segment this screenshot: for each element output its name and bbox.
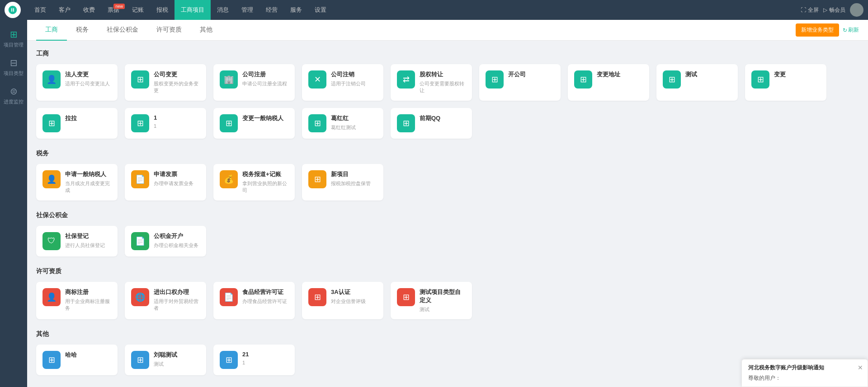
card-name-biangeng-nsr: 变更一般纳税人 (242, 114, 288, 122)
card-qianqiQQ[interactable]: ⊞ 前期QQ (391, 108, 472, 139)
card-icon-shenqing-fp: 📄 (131, 170, 149, 188)
card-info-biangeng-nsr: 变更一般纳税人 (242, 114, 288, 124)
add-type-button[interactable]: 新增业务类型 (796, 23, 839, 37)
top-nav: 首页 客户 收费 票据 new 记账 报税 工商项目 消息 管理 经营 服务 设… (0, 0, 868, 20)
card-icon-ceshi-zdy: ⊞ (397, 288, 415, 306)
sidebar-item-project-type[interactable]: ⊟ 项目类型 (0, 53, 27, 81)
tab-shebao[interactable]: 社保公积金 (98, 20, 147, 41)
nav-fee[interactable]: 收费 (77, 0, 101, 20)
fullscreen-button[interactable]: ⛶ 全屏 (801, 6, 819, 14)
card-biangeng2[interactable]: ⊞ 变更 (745, 64, 826, 101)
card-shebao-dengji[interactable]: 🛡 社保登记 进行人员社保登记 (36, 226, 118, 256)
card-desc-shipin: 办理食品经营许可证 (242, 298, 288, 305)
card-icon-3a: ⊞ (308, 288, 326, 306)
tab-gongshang[interactable]: 工商 (36, 20, 67, 41)
nav-operation[interactable]: 经营 (259, 0, 284, 20)
card-name-haha: 哈哈 (65, 351, 111, 359)
card-desc-gongsi-bg: 股权变更外的业务变更 (154, 80, 200, 94)
card-info-shenqing-nsr: 申请一般纳税人 当月或次月成变更完成 (65, 170, 111, 194)
sidebar-label-project-type: 项目类型 (4, 70, 24, 77)
card-gongsi-zhuxiao[interactable]: ✕ 公司注销 适用于注销公司 (302, 64, 383, 101)
card-name-gongsi-zc: 公司注册 (242, 70, 288, 79)
card-haha[interactable]: ⊞ 哈哈 (36, 345, 118, 375)
card-info-21: 21 1 (242, 351, 288, 366)
card-shipin-xkz[interactable]: 📄 食品经营许可证 办理食品经营许可证 (213, 282, 295, 319)
card-kai-gongsi[interactable]: ⊞ 开公司 (479, 64, 561, 101)
cards-grid-gongshang: 👤 法人变更 适用于公司变更法人 ⊞ 公司变更 股权变更外的业务变更 🏢 (36, 64, 859, 139)
card-gongsi-biangeng[interactable]: ⊞ 公司变更 股权变更外的业务变更 (125, 64, 206, 101)
card-name-one: 1 (154, 114, 200, 121)
nav-settings[interactable]: 设置 (308, 0, 333, 20)
refresh-button[interactable]: ↻ 刷新 (843, 26, 859, 34)
card-desc-gongsi-zx: 适用于注销公司 (331, 80, 377, 87)
user-avatar[interactable] (850, 3, 863, 17)
tag-icon: ⊟ (8, 57, 19, 68)
nav-tax[interactable]: 报税 (150, 0, 175, 20)
nav-admin[interactable]: 管理 (235, 0, 259, 20)
tab-qita[interactable]: 其他 (191, 20, 222, 41)
notification-close-button[interactable]: ✕ (858, 364, 863, 371)
card-guquan-zhuanrang[interactable]: ⇄ 股权转让 公司变更需要股权转让 (391, 64, 472, 101)
card-info-fazren: 法人变更 适用于公司变更法人 (65, 70, 111, 87)
card-name-jinchukouquan: 进出口权办理 (154, 288, 200, 296)
card-xin-xiangmu[interactable]: ⊞ 新项目 报税加税控盘保管 (302, 164, 383, 200)
card-gjj-kaihu[interactable]: 📄 公积金开户 办理公积金相关业务 (125, 226, 206, 256)
nav-message[interactable]: 消息 (211, 0, 235, 20)
card-ceshi-zidingyi[interactable]: ⊞ 测试项目类型自定义 测试 (391, 282, 472, 319)
nav-invoice[interactable]: 票据 new (101, 0, 126, 20)
nav-service[interactable]: 服务 (284, 0, 308, 20)
card-name-shipin: 食品经营许可证 (242, 288, 288, 296)
tab-shuiwu[interactable]: 税务 (67, 20, 98, 41)
card-icon-shangbiao: 👤 (42, 288, 61, 306)
card-shangbiao[interactable]: 👤 商标注册 用于企业商标注册服务 (36, 282, 118, 319)
card-desc-shenqing-fp: 办理申请发票业务 (154, 180, 200, 187)
card-gongsi-zhuce[interactable]: 🏢 公司注册 申请公司注册全流程 (213, 64, 295, 101)
nav-right: ⛶ 全屏 ▷ 畅会员 (801, 3, 863, 17)
card-info-haha: 哈哈 (65, 351, 111, 361)
nav-home[interactable]: 首页 (28, 0, 52, 20)
card-icon-shebao: 🛡 (42, 232, 61, 250)
card-info-qianqi: 前期QQ (420, 114, 466, 124)
card-shuiwu-baodao[interactable]: 💰 税务报道+记账 拿到营业执照的新公司 (213, 164, 295, 200)
tab-bar: 工商 税务 社保公积金 许可资质 其他 新增业务类型 ↻ 刷新 (27, 20, 868, 41)
card-fazren-biangeng[interactable]: 👤 法人变更 适用于公司变更法人 (36, 64, 118, 101)
tab-xuke[interactable]: 许可资质 (147, 20, 191, 41)
notification-title: 河北税务数字账户升级影响通知 (748, 364, 861, 372)
card-icon-21: ⊞ (220, 351, 238, 369)
card-name-guquan: 股权转让 (420, 70, 466, 79)
card-one[interactable]: ⊞ 1 1 (125, 108, 206, 139)
card-desc-21: 1 (242, 359, 288, 366)
card-desc-shenqing-nsr: 当月或次月成变更完成 (65, 180, 111, 194)
notification-content: 尊敬的用户： (748, 374, 861, 382)
page-content: 工商 👤 法人变更 适用于公司变更法人 ⊞ 公司变更 股权变更外的业务变更 (27, 41, 868, 387)
nav-business[interactable]: 工商项目 (175, 0, 211, 20)
card-shenqing-nsr[interactable]: 👤 申请一般纳税人 当月或次月成变更完成 (36, 164, 118, 200)
sidebar-label-project-management: 项目管理 (4, 42, 24, 48)
card-icon-gongsi-zc: 🏢 (220, 70, 238, 89)
card-name-shangbiao: 商标注册 (65, 288, 111, 296)
card-info-gongsi-zx: 公司注销 适用于注销公司 (331, 70, 377, 87)
card-desc-shebao: 进行人员社保登记 (65, 242, 111, 249)
card-3a-renzheng[interactable]: ⊞ 3A认证 对企业信誉评级 (302, 282, 383, 319)
card-name-shenqing-fp: 申请发票 (154, 170, 200, 178)
sidebar-item-progress[interactable]: ⊜ 进度监控 (0, 81, 27, 110)
card-ceshi[interactable]: ⊞ 测试 (656, 64, 738, 101)
card-biangeng-dizhi[interactable]: ⊞ 变更地址 (568, 64, 649, 101)
card-desc-shangbiao: 用于企业商标注册服务 (65, 298, 111, 312)
cards-grid-shuiwu: 👤 申请一般纳税人 当月或次月成变更完成 📄 申请发票 办理申请发票业务 💰 (36, 164, 859, 200)
vip-button[interactable]: ▷ 畅会员 (823, 6, 845, 14)
card-icon-one: ⊞ (131, 114, 149, 132)
card-jinchukouquan[interactable]: 🌐 进出口权办理 适用于对外贸易经营者 (125, 282, 206, 319)
nav-customer[interactable]: 客户 (52, 0, 77, 20)
card-shenqing-fp[interactable]: 📄 申请发票 办理申请发票业务 (125, 164, 206, 200)
sidebar-item-project-management[interactable]: ⊞ 项目管理 (0, 24, 27, 53)
cards-grid-shebao: 🛡 社保登记 进行人员社保登记 📄 公积金开户 办理公积金相关业务 (36, 226, 859, 256)
card-gehonghong[interactable]: ⊞ 葛红红 葛红红测试 (302, 108, 383, 139)
card-desc-guquan: 公司变更需要股权转让 (420, 80, 466, 94)
card-lala[interactable]: ⊞ 拉拉 (36, 108, 118, 139)
nav-bookkeeping[interactable]: 记账 (126, 0, 150, 20)
card-liucong[interactable]: ⊞ 刘聪测试 测试 (125, 345, 206, 375)
card-icon-dizhi: ⊞ (574, 70, 592, 89)
card-biangeng-nsr[interactable]: ⊞ 变更一般纳税人 (213, 108, 295, 139)
card-21[interactable]: ⊞ 21 1 (213, 345, 295, 375)
